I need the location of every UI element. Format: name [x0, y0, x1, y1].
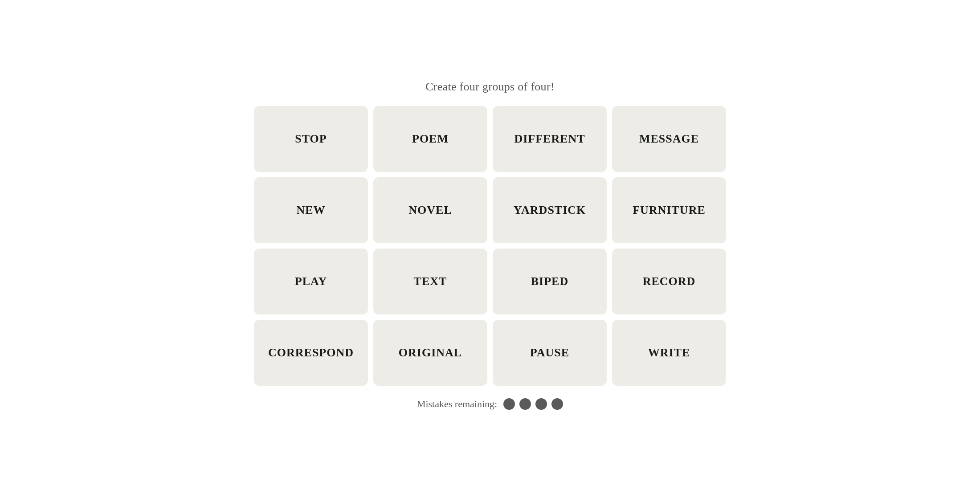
card-grid: STOP POEM DIFFERENT MESSAGE NEW NOVEL YA…: [254, 106, 726, 386]
mistake-dot-3: [535, 398, 547, 410]
card-label-stop: STOP: [295, 132, 327, 146]
card-label-pause: PAUSE: [530, 346, 569, 359]
card-label-poem: POEM: [412, 132, 449, 146]
card-yardstick[interactable]: YARDSTICK: [493, 177, 607, 243]
card-pause[interactable]: PAUSE: [493, 320, 607, 386]
mistake-dot-2: [519, 398, 531, 410]
card-label-play: PLAY: [295, 275, 327, 288]
card-correspond[interactable]: CORRESPOND: [254, 320, 368, 386]
card-text[interactable]: TEXT: [373, 249, 487, 314]
card-label-new: NEW: [296, 204, 325, 217]
card-label-message: MESSAGE: [639, 132, 699, 146]
card-play[interactable]: PLAY: [254, 249, 368, 314]
card-different[interactable]: DIFFERENT: [493, 106, 607, 172]
card-label-novel: NOVEL: [408, 204, 452, 217]
card-original[interactable]: ORIGINAL: [373, 320, 487, 386]
card-label-original: ORIGINAL: [399, 346, 462, 359]
subtitle: Create four groups of four!: [425, 80, 555, 94]
mistake-dot-1: [503, 398, 515, 410]
card-label-write: WRITE: [648, 346, 690, 359]
card-label-different: DIFFERENT: [514, 132, 585, 146]
card-label-biped: BIPED: [531, 275, 568, 288]
card-new[interactable]: NEW: [254, 177, 368, 243]
card-write[interactable]: WRITE: [612, 320, 726, 386]
card-message[interactable]: MESSAGE: [612, 106, 726, 172]
card-poem[interactable]: POEM: [373, 106, 487, 172]
card-label-correspond: CORRESPOND: [268, 346, 354, 359]
card-label-yardstick: YARDSTICK: [514, 204, 586, 217]
card-furniture[interactable]: FURNITURE: [612, 177, 726, 243]
card-novel[interactable]: NOVEL: [373, 177, 487, 243]
mistake-dot-4: [551, 398, 563, 410]
game-container: Create four groups of four! STOP POEM DI…: [245, 80, 735, 410]
mistakes-label: Mistakes remaining:: [417, 398, 497, 410]
card-stop[interactable]: STOP: [254, 106, 368, 172]
card-label-record: RECORD: [643, 275, 696, 288]
mistakes-dots: [503, 398, 563, 410]
card-label-text: TEXT: [414, 275, 447, 288]
card-biped[interactable]: BIPED: [493, 249, 607, 314]
card-label-furniture: FURNITURE: [633, 204, 706, 217]
card-record[interactable]: RECORD: [612, 249, 726, 314]
mistakes-row: Mistakes remaining:: [417, 398, 563, 410]
